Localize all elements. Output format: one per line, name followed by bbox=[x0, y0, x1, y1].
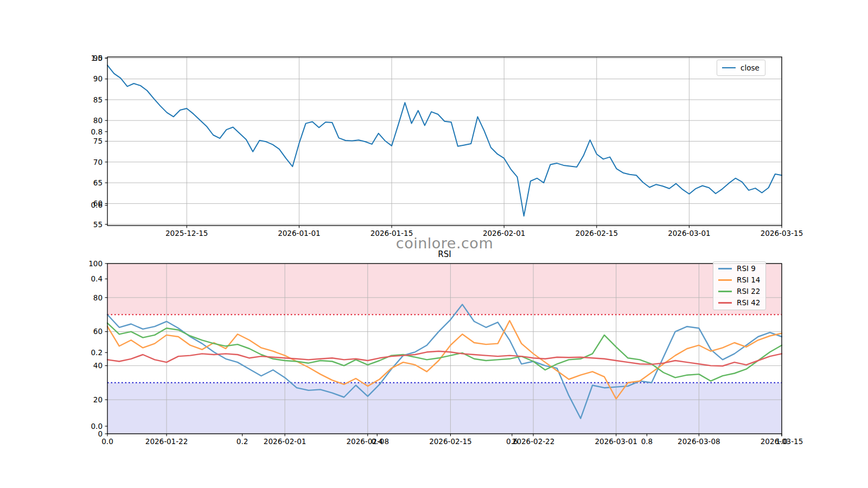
y-tick-label: 40 bbox=[93, 361, 103, 370]
legend-label: close bbox=[741, 63, 760, 73]
legend-label: RSI 22 bbox=[737, 287, 760, 296]
y-tick-label: 90 bbox=[93, 74, 103, 83]
legend-label: RSI 14 bbox=[737, 275, 760, 285]
y-tick-label: 75 bbox=[93, 137, 103, 145]
overlay-y-label: 0.6 bbox=[91, 201, 103, 209]
x-tick-label: 2026-02-15 bbox=[429, 437, 471, 446]
legend-item-rsi-42: RSI 42 bbox=[718, 298, 760, 307]
legend-item-rsi-9: RSI 9 bbox=[718, 264, 760, 273]
overlay-x-label: 0.2 bbox=[237, 437, 248, 446]
y-tick-label: 100 bbox=[88, 259, 103, 268]
legend-line-sample bbox=[718, 268, 732, 269]
overlay-y-label: 0.8 bbox=[91, 127, 103, 136]
series-close bbox=[107, 65, 782, 216]
y-tick-label: 80 bbox=[93, 293, 103, 302]
rsi-title: RSI bbox=[107, 249, 782, 259]
y-tick-label: 60 bbox=[93, 327, 103, 336]
y-tick-label: 65 bbox=[93, 178, 103, 187]
y-tick-label: 20 bbox=[93, 395, 103, 404]
overlay-x-label: 0.4 bbox=[371, 437, 382, 446]
legend-close: close bbox=[717, 60, 765, 76]
overlay-y-label: 0.0 bbox=[91, 422, 103, 431]
x-tick-label: 2026-03-01 bbox=[595, 437, 637, 446]
overlay-y-label: 1.0 bbox=[91, 54, 103, 62]
x-tick-label: 2026-02-22 bbox=[512, 437, 554, 446]
y-tick-label: 70 bbox=[93, 158, 103, 166]
legend-item-close: close bbox=[722, 63, 760, 73]
overlay-y-label: 0.2 bbox=[91, 348, 103, 357]
legend-line-sample bbox=[718, 302, 732, 304]
legend-line-sample bbox=[718, 279, 732, 281]
axes-rsi: 0204060801002026-01-222026-02-012026-02-… bbox=[88, 259, 803, 446]
legend-label: RSI 42 bbox=[737, 298, 760, 307]
legend-line-sample bbox=[718, 291, 732, 292]
y-tick-label: 85 bbox=[93, 95, 103, 104]
legend-item-rsi-14: RSI 14 bbox=[718, 275, 760, 285]
legend-rsi: RSI 9RSI 14RSI 22RSI 42 bbox=[713, 261, 766, 310]
legend-item-rsi-22: RSI 22 bbox=[718, 287, 760, 296]
overlay-x-label: 0.8 bbox=[641, 437, 653, 446]
overlay-y-label: 0.4 bbox=[91, 274, 103, 283]
figure: 5560657075808590952025-12-152026-01-0120… bbox=[0, 0, 868, 488]
band bbox=[107, 264, 782, 314]
band bbox=[107, 383, 782, 434]
overlay-x-label: 1.0 bbox=[776, 437, 787, 446]
x-tick-label: 2026-01-22 bbox=[145, 437, 188, 446]
y-tick-label: 55 bbox=[93, 220, 103, 229]
overlay-x-label: 0.0 bbox=[101, 437, 113, 446]
x-tick-label: 2026-03-08 bbox=[678, 437, 720, 446]
legend-label: RSI 9 bbox=[737, 264, 756, 273]
legend-line-sample bbox=[722, 67, 736, 69]
axes-price-close: 5560657075808590952025-12-152026-01-0120… bbox=[93, 54, 803, 237]
y-tick-label: 80 bbox=[93, 116, 103, 125]
overlay-x-label: 0.6 bbox=[506, 437, 518, 446]
x-tick-label: 2026-02-01 bbox=[264, 437, 306, 446]
